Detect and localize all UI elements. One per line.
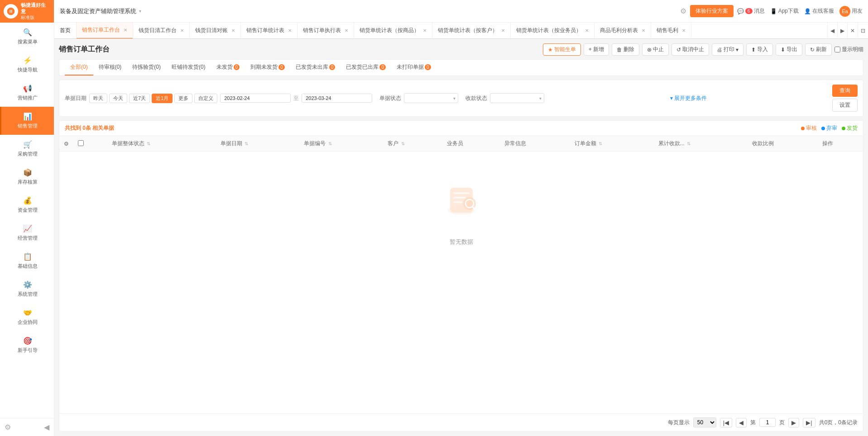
add-btn[interactable]: + 新增 [584, 43, 609, 56]
sidebar-item-search[interactable]: 🔍 搜索菜单 [0, 23, 54, 51]
sidebar-item-label: 快捷导航 [18, 66, 38, 73]
online-service-action[interactable]: 👤 在线客服 [804, 7, 834, 15]
tab-sales-product[interactable]: 销货单统计表（按商品） ✕ [354, 23, 432, 39]
query-btn[interactable]: 查询 [832, 85, 858, 97]
next-page-btn[interactable]: ▶ [788, 418, 799, 427]
sidebar-item-system[interactable]: ⚙️ 系统管理 [0, 275, 54, 303]
date-from-input[interactable] [220, 94, 291, 103]
tab-close-icon[interactable]: ✕ [124, 28, 127, 33]
filter-tab-unprinted[interactable]: 未打印单据 0 [391, 60, 436, 76]
date-btn-today[interactable]: 今天 [109, 94, 127, 103]
show-detail-checkbox[interactable]: 显示明细 [834, 46, 863, 53]
tab-home[interactable]: 首页 [54, 23, 77, 39]
filter-tab-unshipped[interactable]: 未发货 0 [211, 60, 245, 76]
th-staff[interactable]: 业务员 [442, 136, 500, 152]
tab-close-icon[interactable]: ✕ [180, 28, 184, 33]
tab-sales-profit[interactable]: 销售毛利 ✕ [651, 23, 691, 39]
sidebar-item-cooperation[interactable]: 🤝 企业协同 [0, 303, 54, 331]
th-date[interactable]: 单据日期 ⇅ [216, 136, 300, 152]
th-accumulated[interactable]: 累计收款... ⇅ [654, 136, 748, 152]
sidebar-item-sales[interactable]: 📊 销售管理 [0, 107, 54, 135]
tab-sales-staff[interactable]: 销货单统计表（按业务员） ✕ [511, 23, 595, 39]
smart-create-btn[interactable]: ★ 智能生单 [543, 43, 581, 56]
filter-tab-all[interactable]: 全部(0) [65, 60, 93, 76]
tab-close-icon[interactable]: ✕ [423, 28, 427, 33]
th-abnormal[interactable]: 异常信息 [500, 136, 570, 152]
tab-close-icon[interactable]: ✕ [501, 28, 505, 33]
tab-close-all-btn[interactable]: ✕ [847, 23, 858, 39]
industry-btn[interactable]: 体验行业方案 [690, 5, 734, 17]
cancel-suspend-btn[interactable]: ↺ 取消中止 [671, 43, 709, 56]
export-btn[interactable]: ⬇ 导出 [776, 43, 802, 56]
tab-gross-margin[interactable]: 商品毛利分析表 ✕ [595, 23, 651, 39]
tab-cash-daily[interactable]: 钱货日清工作台 ✕ [133, 23, 190, 39]
th-amount[interactable]: 订单金额 ⇅ [570, 136, 654, 152]
tab-sales-workbench[interactable]: 销售订单工作台 ✕ [77, 23, 133, 39]
tab-close-icon[interactable]: ✕ [288, 28, 292, 33]
sidebar-item-marketing[interactable]: 📢 营销推广 [0, 79, 54, 107]
first-page-btn[interactable]: |◀ [720, 418, 732, 427]
filter-tab-shipped-out[interactable]: 已发货已出库 0 [340, 60, 391, 76]
per-page-select[interactable]: 50 100 200 [693, 417, 716, 427]
sidebar-item-management[interactable]: 📈 经营管理 [0, 219, 54, 247]
import-btn[interactable]: ⬆ 导入 [746, 43, 773, 56]
table-scroll[interactable]: ⚙ 单据整体状态 ⇅ 单据日期 ⇅ [59, 136, 863, 413]
th-status[interactable]: 单据整体状态 ⇅ [107, 136, 216, 152]
suspend-btn[interactable]: ⊗ 中止 [642, 43, 669, 56]
import-icon: ⬆ [751, 47, 756, 53]
sidebar-item-finance[interactable]: 💰 资金管理 [0, 191, 54, 219]
date-btn-custom[interactable]: 自定义 [194, 94, 217, 103]
filter-tab-wangpu-ship[interactable]: 旺铺待发货(0) [166, 60, 211, 76]
filter-tab-overdue-ship[interactable]: 到期未发货 0 [245, 60, 290, 76]
date-btn-yesterday[interactable]: 昨天 [89, 94, 107, 103]
prev-page-btn[interactable]: ◀ [736, 418, 747, 427]
review-action[interactable]: 审核 [801, 124, 817, 132]
settings-gear[interactable]: ⚙ [680, 7, 686, 15]
sidebar-item-purchase[interactable]: 🛒 采购管理 [0, 135, 54, 163]
expand-conditions-btn[interactable]: ▾ 展开更多条件 [670, 95, 707, 102]
print-btn[interactable]: 🖨 打印 ▾ [712, 43, 743, 56]
sidebar-item-quicknav[interactable]: ⚡ 快捷导航 [0, 51, 54, 79]
message-action[interactable]: 💬 6 消息 [737, 7, 765, 15]
user-action[interactable]: Ea 用友 [839, 6, 863, 17]
date-btn-1month[interactable]: 近1月 [152, 94, 173, 103]
tab-close-icon[interactable]: ✕ [642, 28, 645, 33]
filter-tab-shipped-not-out[interactable]: 已发货未出库 0 [290, 60, 341, 76]
record-count-value: 0条 [82, 125, 91, 131]
settings-icon[interactable]: ⚙ [5, 423, 11, 431]
tab-sales-exec[interactable]: 销售订单执行表 ✕ [297, 23, 354, 39]
ship-action[interactable]: 发货 [842, 124, 858, 132]
tab-close-icon[interactable]: ✕ [231, 28, 235, 33]
tab-close-icon[interactable]: ✕ [585, 28, 589, 33]
tab-cash-reconcile[interactable]: 钱货日清对账 ✕ [190, 23, 241, 39]
last-page-btn[interactable]: ▶| [803, 418, 815, 427]
th-customer[interactable]: 客户 ⇅ [383, 136, 442, 152]
abandon-review-action[interactable]: 弃审 [821, 124, 837, 132]
page-input[interactable] [759, 418, 776, 427]
th-number[interactable]: 单据编号 ⇅ [299, 136, 383, 152]
setting-btn[interactable]: 设置 [832, 99, 858, 112]
delete-btn[interactable]: 🗑 删除 [612, 43, 639, 56]
status-select[interactable] [404, 93, 458, 103]
sidebar-item-guide[interactable]: 🎯 新手引导 [0, 331, 54, 359]
payment-select[interactable] [490, 93, 544, 103]
tab-close-icon[interactable]: ✕ [345, 28, 348, 33]
sidebar-item-basics[interactable]: 📋 基础信息 [0, 247, 54, 275]
date-btn-more[interactable]: 更多 [174, 94, 192, 103]
filter-tab-pending-review[interactable]: 待审核(0) [93, 60, 127, 76]
app-download-action[interactable]: 📱 App下载 [770, 7, 799, 15]
select-all-checkbox[interactable] [78, 140, 84, 146]
date-btn-7days[interactable]: 近7天 [129, 94, 150, 103]
filter-tab-pending-inspect[interactable]: 待拣验货(0) [127, 60, 166, 76]
date-to-input[interactable] [302, 94, 372, 103]
sidebar-item-inventory[interactable]: 📦 库存核算 [0, 163, 54, 191]
tab-maximize-btn[interactable]: ⊡ [858, 23, 868, 39]
tab-sales-stats[interactable]: 销售订单统计表 ✕ [241, 23, 297, 39]
tab-prev-btn[interactable]: ◀ [827, 23, 837, 39]
refresh-btn[interactable]: ↻ 刷新 [805, 43, 832, 56]
tab-next-btn[interactable]: ▶ [837, 23, 847, 39]
user-label: 用友 [852, 7, 863, 15]
tab-sales-customer[interactable]: 销货单统计表（按客户） ✕ [432, 23, 511, 39]
collapse-icon[interactable]: ◀ [44, 423, 49, 431]
tab-close-icon[interactable]: ✕ [682, 28, 686, 33]
